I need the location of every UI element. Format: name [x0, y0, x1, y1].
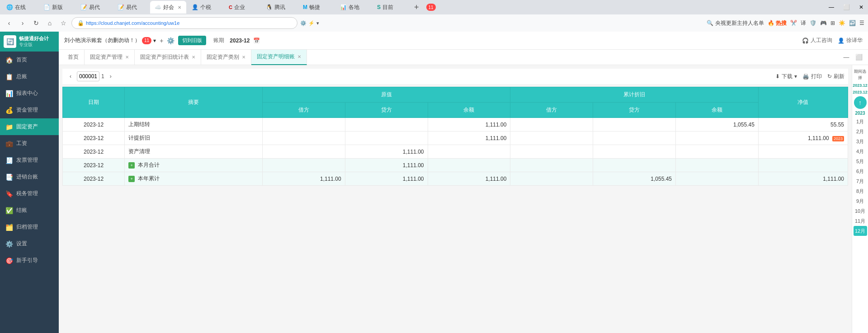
game-icon[interactable]: 🎮: [820, 20, 827, 26]
tab-close-asset-category[interactable]: ✕: [242, 55, 245, 60]
ext-icon-1[interactable]: ⚙️: [300, 20, 307, 26]
add-account-btn[interactable]: +: [160, 37, 163, 44]
scissors-icon[interactable]: ✂️: [790, 20, 797, 26]
browser-tab-haohui[interactable]: ☁️ 好会 ✕: [150, 1, 186, 14]
th-accum-balance: 余额: [676, 103, 759, 118]
browser-tab-enterprise[interactable]: C 企业: [224, 1, 260, 14]
sidebar-item-reports[interactable]: 📊 报表中心: [0, 85, 59, 102]
maximize-icon[interactable]: ⬜: [840, 3, 853, 11]
period-month-7[interactable]: 7月: [854, 176, 867, 186]
print-button[interactable]: 🖨️ 打印: [802, 73, 822, 80]
account-dropdown-icon[interactable]: ▾: [153, 38, 156, 44]
period-month-5[interactable]: 5月: [854, 156, 867, 166]
ext-dropdown[interactable]: ▾: [316, 20, 319, 26]
user-button[interactable]: 👤 徐译华: [838, 37, 863, 44]
tab-asset-detail-ledger[interactable]: 固定资产明细账 ✕: [251, 50, 307, 65]
undo-icon[interactable]: ↩️: [849, 20, 856, 26]
tab-close-fixed-asset-mgmt[interactable]: ✕: [125, 55, 129, 60]
service-button[interactable]: 🎧 人工咨询: [802, 37, 832, 44]
scroll-top-button[interactable]: ↑: [854, 96, 867, 109]
invoice-icon: 🧾: [5, 157, 13, 164]
refresh-button[interactable]: ↻: [31, 18, 42, 28]
th-accum-debit: 借方: [510, 103, 593, 118]
tab-icon-new: 📄: [43, 4, 50, 10]
shield-icon[interactable]: 🛡️: [810, 20, 816, 26]
sidebar-item-ledger[interactable]: 📋 总账: [0, 68, 59, 85]
search-box[interactable]: 🔍 央视更新主持人名单: [707, 19, 764, 27]
download-button[interactable]: ⬇ 下载 ▾: [775, 73, 797, 80]
sidebar-item-home[interactable]: 🏠 首页: [0, 52, 59, 68]
sidebar-item-fixed-assets[interactable]: 📁 固定资产: [0, 118, 59, 135]
cell-orig-balance-4: [428, 159, 510, 172]
refresh-button[interactable]: ↻ 刷新: [827, 73, 844, 80]
browser-tab-changjie[interactable]: M 畅捷: [298, 1, 335, 14]
browser-tab-new-btn[interactable]: +: [410, 1, 424, 14]
grid-icon[interactable]: ⊞: [830, 20, 835, 26]
period-month-11[interactable]: 11月: [854, 216, 867, 226]
sidebar-item-settings[interactable]: ⚙️ 设置: [0, 235, 59, 252]
tab-close-depreciation-stats[interactable]: ✕: [192, 55, 195, 60]
period-month-4[interactable]: 4月: [854, 146, 867, 156]
download-dropdown-icon[interactable]: ▾: [794, 73, 797, 80]
tab-depreciation-stats[interactable]: 固定资产折旧统计表 ✕: [135, 50, 201, 65]
menu-icon[interactable]: ☰: [859, 20, 864, 26]
sidebar-item-archive[interactable]: 🗂️ 归档管理: [0, 219, 59, 235]
print-icon: 🖨️: [802, 73, 809, 80]
sidebar-item-purchase-sale[interactable]: 📑 进销台账: [0, 169, 59, 185]
close-icon[interactable]: ✕: [856, 3, 866, 11]
browser-tab-online[interactable]: 🌐 在线: [2, 1, 38, 14]
tab-label-muqian: 目前: [382, 4, 393, 11]
sidebar-item-close[interactable]: ✅ 结账: [0, 202, 59, 219]
theme-icon[interactable]: ☀️: [839, 20, 845, 26]
sidebar-item-funds[interactable]: 💰 资金管理: [0, 102, 59, 118]
browser-tab-muqian[interactable]: S 目前: [373, 1, 409, 14]
period-month-12[interactable]: 12月: [854, 226, 867, 236]
period-month-2[interactable]: 2月: [854, 127, 867, 136]
tab-close-asset-detail-ledger[interactable]: ✕: [297, 54, 301, 59]
browser-tab-tencent[interactable]: 🐧 腾讯: [261, 1, 297, 14]
account-selector[interactable]: 刘小艳演示账套（勿删勿动！） 11 ▾: [64, 37, 156, 44]
tab-fixed-asset-mgmt[interactable]: 固定资产管理 ✕: [85, 50, 135, 65]
sidebar-item-guide[interactable]: 🎯 新手引导: [0, 252, 59, 269]
address-input[interactable]: 🔒 https://cloud.chanjet.com/accounting/u…: [71, 17, 297, 29]
sidebar-item-salary[interactable]: 💼 工资: [0, 135, 59, 152]
tab-maximize-icon[interactable]: ⬜: [854, 52, 864, 63]
tab-minimize-icon[interactable]: —: [841, 52, 852, 63]
period-date-1: 2023.12: [852, 82, 868, 89]
sidebar-item-invoice[interactable]: 🧾 发票管理: [0, 152, 59, 169]
tab-asset-category[interactable]: 固定资产类别 ✕: [201, 50, 251, 65]
ext-icon-2[interactable]: ⚡: [308, 20, 315, 26]
ssl-icon: 🔒: [77, 20, 84, 26]
period-month-3[interactable]: 3月: [854, 136, 867, 146]
period-month-8[interactable]: 8月: [854, 186, 867, 196]
hot-search-label[interactable]: 🔥 热搜: [768, 19, 787, 27]
bookmark-button[interactable]: ☆: [58, 18, 69, 28]
page-number-input[interactable]: [77, 71, 99, 81]
forward-button[interactable]: ›: [17, 18, 28, 28]
tab-close-haohui[interactable]: ✕: [178, 5, 181, 10]
next-page-button[interactable]: ›: [106, 72, 115, 81]
translate-icon[interactable]: 译: [801, 19, 806, 27]
period-month-6[interactable]: 6月: [854, 166, 867, 176]
switch-version-button[interactable]: 切到旧版: [178, 36, 206, 45]
tab-home[interactable]: 首页: [62, 50, 85, 65]
period-month-1[interactable]: 1月: [854, 117, 867, 127]
prev-page-button[interactable]: ‹: [66, 72, 75, 81]
browser-tab-new[interactable]: 📄 新版: [39, 1, 75, 14]
period-year: 2023: [854, 110, 866, 117]
browser-tab-yidai1[interactable]: 📝 易代: [76, 1, 112, 14]
sidebar-item-tax[interactable]: 🔖 税务管理: [0, 185, 59, 202]
period-month-10[interactable]: 10月: [854, 206, 867, 216]
period-month-9[interactable]: 9月: [854, 196, 867, 206]
sidebar-label-guide: 新手引导: [16, 257, 38, 264]
minimize-icon[interactable]: —: [826, 3, 837, 11]
browser-tab-gedi[interactable]: 📊 各地: [335, 1, 372, 14]
browser-tab-geshui[interactable]: 👤 个税: [187, 1, 223, 14]
browser-tab-yidai2[interactable]: 📝 易代: [113, 1, 149, 14]
calendar-icon[interactable]: 📅: [253, 38, 260, 44]
back-button[interactable]: ‹: [4, 18, 14, 28]
settings-small-icon[interactable]: ⚙️: [167, 37, 175, 44]
sidebar-title-area: 畅捷通好会计 专业版: [19, 35, 49, 48]
th-summary: 摘要: [125, 87, 263, 118]
home-button[interactable]: ⌂: [44, 18, 55, 28]
